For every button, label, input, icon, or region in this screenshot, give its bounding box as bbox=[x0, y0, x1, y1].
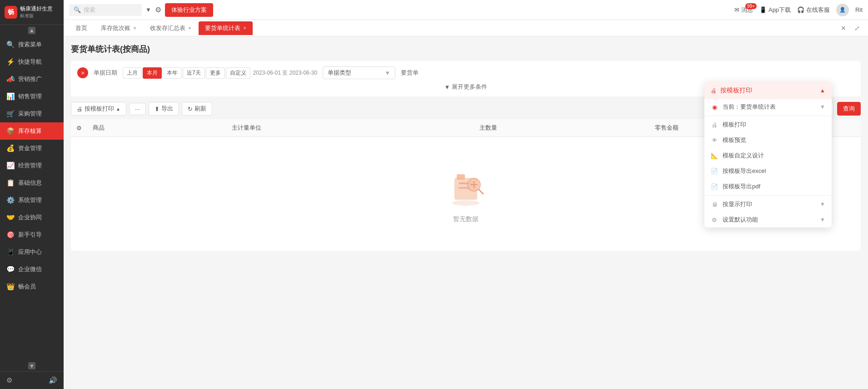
tab-receipt-summary-close[interactable]: × bbox=[188, 25, 191, 31]
print-btn[interactable]: 🖨 按模板打印 ▲ bbox=[71, 102, 126, 116]
sidebar-item-newbie[interactable]: 🎯 新手引导 bbox=[0, 226, 64, 243]
message-icon: ✉ bbox=[734, 6, 739, 13]
template-preview-item[interactable]: 👁 模板预览 bbox=[704, 132, 832, 148]
export-btn[interactable]: ⬆ 导出 bbox=[149, 102, 179, 116]
marketing-icon: 📣 bbox=[6, 75, 15, 83]
topbar-right: ✉ 消息 99+ 📱 App下载 🎧 在线客服 👤 Rit bbox=[734, 4, 863, 16]
refresh-btn[interactable]: ↻ 刷新 bbox=[182, 102, 212, 116]
topbar-settings-btn[interactable]: ⚙ bbox=[155, 5, 161, 14]
expand-more-conditions-btn[interactable]: ▼ 展开更多条件 bbox=[444, 83, 488, 91]
refresh-label: 刷新 bbox=[195, 105, 206, 113]
order-status-label: 要货单 bbox=[401, 69, 419, 77]
more-btn[interactable]: ··· bbox=[129, 103, 146, 115]
tab-order-stats-close[interactable]: × bbox=[243, 25, 246, 31]
template-print-label: 模板打印 bbox=[723, 121, 746, 129]
username-label[interactable]: Rit bbox=[855, 6, 863, 13]
search-icon: 🔍 bbox=[6, 40, 15, 49]
tab-maximize-btn[interactable]: ⤢ bbox=[852, 23, 863, 34]
sidebar-item-label: 采购管理 bbox=[18, 110, 42, 118]
set-default-item[interactable]: ⚙ 设置默认功能 ▼ bbox=[704, 212, 832, 227]
sidebar-item-finance[interactable]: 💰 资金管理 bbox=[0, 140, 64, 157]
date-btn-more[interactable]: 更多 bbox=[206, 67, 225, 79]
sidebar-item-collab[interactable]: 🤝 企业协同 bbox=[0, 209, 64, 226]
sidebar: 畅 畅康通好生意 标准版 ▲ 🔍 搜索菜单 ⚡ 快捷导航 📣 营销推广 📊 销售… bbox=[0, 0, 64, 389]
query-btn[interactable]: 查询 bbox=[837, 102, 861, 116]
sidebar-item-basics[interactable]: 📋 基础信息 bbox=[0, 174, 64, 192]
topbar-search-placeholder: 搜索 bbox=[84, 6, 95, 14]
sidebar-item-system[interactable]: ⚙️ 系统管理 bbox=[0, 192, 64, 209]
print-dropdown-title: 按模板打印 bbox=[720, 86, 752, 95]
doc-type-select[interactable]: 单据类型 ▼ bbox=[323, 66, 395, 79]
tab-home[interactable]: 首页 bbox=[69, 21, 94, 35]
current-template-icon: ◉ bbox=[711, 104, 718, 111]
svg-rect-2 bbox=[457, 174, 465, 180]
query-label: 查询 bbox=[843, 105, 855, 113]
sidebar-item-quick-nav[interactable]: ⚡ 快捷导航 bbox=[0, 53, 64, 71]
date-btn-prev-month[interactable]: 上月 bbox=[123, 67, 142, 79]
sidebar-item-member[interactable]: 👑 畅会员 bbox=[0, 278, 64, 295]
export-excel-label: 按模板导出excel bbox=[723, 167, 766, 175]
svg-line-8 bbox=[479, 189, 483, 194]
sidebar-item-label: 销售管理 bbox=[18, 92, 42, 101]
set-default-arrow: ▼ bbox=[820, 217, 825, 223]
set-default-icon: ⚙ bbox=[711, 217, 718, 223]
export-excel-icon: 📄 bbox=[711, 168, 718, 175]
export-label: 导出 bbox=[161, 105, 173, 113]
print-dropdown-header[interactable]: 🖨 按模板打印 ▲ bbox=[704, 82, 832, 99]
tab-inventory-batch[interactable]: 库存批次账 × bbox=[95, 21, 143, 35]
doc-type-label: 单据类型 bbox=[328, 69, 351, 77]
date-range-text: 2023-06-01 至 2023-06-30 bbox=[253, 69, 317, 77]
date-btn-7days[interactable]: 近7天 bbox=[183, 67, 205, 79]
sidebar-item-inventory[interactable]: 📦 库存核算 bbox=[0, 122, 64, 140]
topbar-search-box[interactable]: 🔍 搜索 bbox=[69, 4, 142, 16]
print-dropdown-chevron: ▲ bbox=[820, 87, 825, 94]
date-btn-cur-year[interactable]: 本年 bbox=[163, 67, 182, 79]
display-print-arrow: ▼ bbox=[820, 201, 825, 207]
template-custom-item[interactable]: 📐 模板自定义设计 bbox=[704, 148, 832, 163]
current-template-arrow: ▼ bbox=[820, 104, 825, 110]
current-template-item[interactable]: ◉ 当前：要货单统计表 ▼ bbox=[704, 99, 832, 115]
sidebar-item-sales[interactable]: 📊 销售管理 bbox=[0, 88, 64, 105]
expand-label: 展开更多条件 bbox=[452, 83, 487, 91]
user-avatar[interactable]: 👤 bbox=[836, 4, 849, 16]
date-btn-custom[interactable]: 自定义 bbox=[226, 67, 250, 79]
app-download-icon: 📱 bbox=[759, 6, 767, 13]
app-download-btn[interactable]: 📱 App下载 bbox=[759, 6, 791, 14]
sidebar-scroll-down[interactable]: ▼ bbox=[28, 362, 35, 369]
messages-btn[interactable]: ✉ 消息 99+ bbox=[734, 6, 753, 14]
col-settings[interactable]: ⚙ bbox=[71, 119, 87, 137]
trial-industry-btn[interactable]: 体验行业方案 bbox=[165, 3, 213, 17]
sidebar-item-wechat[interactable]: 💬 企业微信 bbox=[0, 261, 64, 278]
finance-icon: 💰 bbox=[6, 144, 15, 152]
sidebar-item-app-center[interactable]: 📱 应用中心 bbox=[0, 243, 64, 261]
sidebar-item-label: 应用中心 bbox=[18, 248, 42, 256]
sidebar-item-purchase[interactable]: 🛒 采购管理 bbox=[0, 105, 64, 122]
sidebar-item-label: 库存核算 bbox=[18, 127, 42, 135]
template-preview-icon: 👁 bbox=[711, 137, 718, 144]
system-icon: ⚙️ bbox=[6, 196, 15, 204]
sidebar-item-label: 企业协同 bbox=[18, 213, 42, 222]
sidebar-scroll-up[interactable]: ▲ bbox=[28, 27, 35, 34]
date-btn-cur-month[interactable]: 本月 bbox=[143, 67, 162, 79]
sidebar-item-marketing[interactable]: 📣 营销推广 bbox=[0, 71, 64, 88]
topbar-dropdown-btn[interactable]: ▼ bbox=[145, 6, 151, 13]
app-center-icon: 📱 bbox=[6, 248, 15, 256]
logo-sub: 标准版 bbox=[20, 13, 53, 19]
tab-inventory-batch-close[interactable]: × bbox=[133, 25, 136, 31]
template-custom-icon: 📐 bbox=[711, 152, 718, 159]
expand-icon: ▼ bbox=[444, 84, 450, 91]
app-download-label: App下载 bbox=[768, 6, 791, 14]
export-pdf-item[interactable]: 📄 按模板导出pdf bbox=[704, 179, 832, 194]
display-print-item[interactable]: 🖥 按显示打印 ▼ bbox=[704, 197, 832, 212]
export-excel-item[interactable]: 📄 按模板导出excel bbox=[704, 163, 832, 179]
sidebar-item-business[interactable]: 📈 经营管理 bbox=[0, 157, 64, 174]
template-print-item[interactable]: 🖨 模板打印 bbox=[704, 117, 832, 132]
tab-close-all-btn[interactable]: ✕ bbox=[838, 23, 849, 34]
sidebar-item-search-menu[interactable]: 🔍 搜索菜单 bbox=[0, 36, 64, 53]
tab-order-stats[interactable]: 要货单统计表 × bbox=[199, 21, 253, 35]
sound-icon[interactable]: 🔊 bbox=[49, 376, 57, 384]
tab-receipt-summary[interactable]: 收发存汇总表 × bbox=[144, 21, 198, 35]
filter-expand-icon[interactable]: » bbox=[77, 67, 88, 78]
online-service-btn[interactable]: 🎧 在线客服 bbox=[797, 6, 830, 14]
settings-bottom-icon[interactable]: ⚙ bbox=[6, 376, 12, 384]
